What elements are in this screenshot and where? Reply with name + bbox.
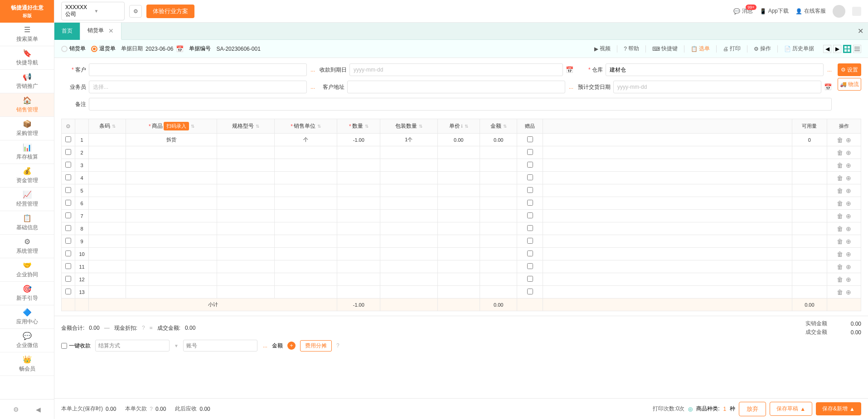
company-selector[interactable]: XXXXXX公司 ▼ [61, 2, 125, 20]
tab-home[interactable]: 首页 [54, 23, 80, 40]
tab-close-icon[interactable]: ✕ [108, 27, 114, 34]
btn-print[interactable]: 🖨 打印 [720, 43, 743, 54]
one-click-pay[interactable]: 一键收款 [61, 342, 91, 350]
prev-btn[interactable]: ◀ [823, 45, 831, 53]
row-gift[interactable] [517, 134, 543, 146]
copy-icon[interactable]: ⊕ [846, 289, 851, 296]
row-checkbox[interactable] [65, 136, 71, 142]
scan-button[interactable]: 扫码录入 [164, 122, 189, 130]
delete-icon[interactable]: 🗑 [837, 276, 843, 283]
warehouse-dots[interactable]: ... [827, 67, 832, 73]
sidebar-item-sales[interactable]: 🏠 销售管理 [0, 93, 54, 117]
barcode-sort[interactable]: ⇅ [112, 124, 116, 129]
sidebar-item-inventory[interactable]: 📊 库存核算 [0, 140, 54, 164]
row-amount[interactable]: 0.00 [480, 134, 517, 146]
message-button[interactable]: 💬 消息 99+ [733, 7, 753, 15]
delete-icon[interactable]: 🗑 [837, 250, 843, 258]
delete-icon[interactable]: 🗑 [837, 136, 843, 144]
sidebar-item-enterprise[interactable]: 🤝 企业协同 [0, 258, 54, 282]
btn-history[interactable]: 📄 历史单据 [781, 43, 817, 54]
tab-sales-order[interactable]: 销货单 ✕ [80, 23, 121, 40]
row-price[interactable]: 0.00 [437, 134, 480, 146]
unit-sort[interactable]: ⇅ [317, 124, 321, 129]
delete-icon[interactable]: 🗑 [837, 212, 843, 220]
one-click-checkbox[interactable] [61, 343, 67, 349]
price-sort[interactable]: ⇅ [465, 124, 468, 129]
delete-icon[interactable]: 🗑 [837, 263, 843, 270]
row-pack[interactable]: 1个 [380, 134, 437, 146]
row-barcode[interactable] [89, 134, 126, 146]
collapse-icon[interactable]: ◀ [36, 406, 41, 413]
list-view-btn[interactable] [853, 45, 861, 53]
trial-button[interactable]: 体验行业方案 [146, 5, 194, 18]
sidebar-item-marketing[interactable]: 📢 营销推广 [0, 70, 54, 93]
btn-operation[interactable]: ⚙ 操作 [751, 43, 774, 54]
sidebar-item-system[interactable]: ⚙ 系统管理 [0, 235, 54, 258]
delete-icon[interactable]: 🗑 [837, 200, 843, 207]
copy-icon[interactable]: ⊕ [846, 212, 851, 220]
save-draft-button[interactable]: 保存草稿 ▲ [770, 402, 812, 416]
row-product[interactable]: 拆货 [126, 134, 217, 146]
delete-icon[interactable]: 🗑 [837, 238, 843, 245]
warehouse-input[interactable] [606, 63, 824, 76]
radio-return[interactable]: 退货单 [91, 45, 116, 53]
settings-bottom-icon[interactable]: ⚙ [13, 406, 19, 413]
sidebar-item-appcenter[interactable]: 🔷 应用中心 [0, 305, 54, 329]
online-service-button[interactable]: 👤 在线客服 [795, 7, 826, 15]
copy-icon[interactable]: ⊕ [846, 250, 851, 258]
pay-method-dropdown[interactable]: ▼ [174, 343, 179, 348]
fee-split-button[interactable]: 费用分摊 [300, 340, 332, 352]
due-date-input[interactable] [349, 63, 563, 76]
btn-help[interactable]: ? 帮助 [621, 43, 642, 54]
salesperson-input[interactable] [89, 81, 307, 93]
discard-button[interactable]: 放弃 [739, 402, 766, 416]
sidebar-item-purchase[interactable]: 📦 采购管理 [0, 117, 54, 140]
row-check[interactable] [62, 134, 75, 146]
delete-icon[interactable]: 🗑 [837, 289, 843, 296]
sidebar-item-quicknav[interactable]: 🔖 快捷导航 [0, 46, 54, 70]
row-unit[interactable]: 个 [274, 134, 337, 146]
customer-input[interactable] [89, 63, 307, 76]
radio-sales[interactable]: 销货单 [61, 45, 86, 53]
gift-checkbox[interactable] [527, 136, 533, 142]
date-calendar-icon[interactable]: 📅 [176, 45, 184, 53]
delete-icon[interactable]: 🗑 [837, 174, 843, 182]
btn-shortcut[interactable]: ⌨ 快捷键 [650, 43, 680, 54]
copy-icon[interactable]: ⊕ [846, 225, 851, 232]
remark-input[interactable] [89, 98, 832, 111]
save-new-button[interactable]: 保存&新增 ▲ [816, 402, 861, 415]
payment-method-input[interactable] [95, 340, 170, 352]
customer-addr-input[interactable] [347, 81, 565, 93]
spec-sort[interactable]: ⇅ [256, 124, 259, 129]
delete-icon[interactable]: 🗑 [837, 225, 843, 232]
grid-view-btn[interactable] [843, 45, 851, 53]
app-download-button[interactable]: 📱 App下载 [760, 7, 789, 15]
row-qty[interactable]: -1.00 [337, 134, 380, 146]
logistics-button[interactable]: 🚚 物流 [838, 78, 861, 91]
delivery-calendar-icon[interactable]: 📅 [824, 83, 832, 91]
settings-button[interactable]: ⚙ [129, 5, 142, 18]
delete-icon[interactable]: 🗑 [837, 149, 843, 156]
customer-addr-dots[interactable]: ... [569, 84, 573, 90]
copy-icon[interactable]: ⊕ [846, 162, 851, 169]
sidebar-item-guide[interactable]: 🎯 新手引导 [0, 282, 54, 305]
sidebar-item-wechat[interactable]: 💬 企业微信 [0, 329, 54, 352]
copy-icon[interactable]: ⊕ [846, 200, 851, 207]
due-date-calendar-icon[interactable]: 📅 [566, 66, 573, 73]
sidebar-item-operations[interactable]: 📈 经营管理 [0, 188, 54, 211]
add-payment-button[interactable]: + [287, 342, 296, 350]
sidebar-item-basicinfo[interactable]: 📋 基础信息 [0, 211, 54, 235]
copy-icon[interactable]: ⊕ [846, 174, 851, 182]
copy-icon[interactable]: ⊕ [846, 276, 851, 283]
product-sort[interactable]: ⇅ [191, 124, 194, 129]
fee-help-icon[interactable]: ? [336, 342, 339, 349]
pack-sort[interactable]: ⇅ [419, 124, 422, 129]
copy-icon[interactable]: ⊕ [846, 187, 851, 194]
btn-select[interactable]: 📋 选单 [688, 43, 713, 54]
account-dots[interactable]: ... [263, 342, 267, 349]
delete-icon[interactable]: 🗑 [837, 187, 843, 194]
sidebar-item-finance[interactable]: 💰 资金管理 [0, 164, 54, 188]
sidebar-item-member[interactable]: 👑 畅会员 [0, 352, 54, 376]
delete-icon[interactable]: 🗑 [837, 162, 843, 169]
user-avatar[interactable] [833, 5, 845, 18]
